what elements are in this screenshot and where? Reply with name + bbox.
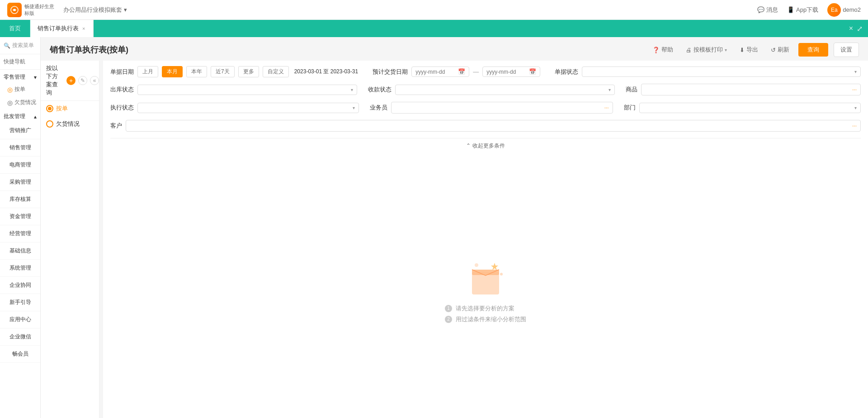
scheme-add-button[interactable]: + <box>66 76 75 85</box>
tip-1-text: 请先选择要分析的方案 <box>456 304 514 313</box>
sidebar-item-retail[interactable]: 零售管理 ▾ <box>0 70 40 83</box>
tab-close-all-icon[interactable]: × <box>849 24 853 33</box>
breadcrumb[interactable]: 办公用品行业模拟账套 ▾ <box>63 6 127 14</box>
logo-area[interactable]: 畅捷通好生意 标版 <box>7 3 54 17</box>
product-input[interactable]: ··· <box>641 84 861 95</box>
stock-status-select[interactable]: ▾ <box>137 85 357 95</box>
sidebar-item-apps[interactable]: 应用中心 <box>0 311 40 328</box>
chevron-down-payment-icon: ▾ <box>609 87 611 92</box>
home-label: 首页 <box>9 24 21 33</box>
doc-status-select[interactable]: ▾ <box>582 66 861 77</box>
sidebar-item-wechat[interactable]: 企业微信 <box>0 328 40 346</box>
sidebar-item-wholesale[interactable]: 批发管理 ▴ <box>0 109 40 122</box>
chevron-down-icon: ▾ <box>725 48 727 52</box>
sidebar-item-ecommerce[interactable]: 电商管理 <box>0 157 40 174</box>
quick-nav-label: 快捷导航 <box>4 58 25 66</box>
sidebar-item-member[interactable]: 畅会员 <box>0 346 40 363</box>
sidebar-item-marketing[interactable]: 营销推广 <box>0 122 40 139</box>
help-button[interactable]: ❓ 帮助 <box>649 44 677 56</box>
sidebar-item-inventory-label: 库存核算 <box>9 195 31 203</box>
sidebar-item-retail-label: 零售管理 <box>4 73 25 81</box>
sidebar-item-sales-label: 销售管理 <box>9 144 31 152</box>
tab-bar: 首页 销售订单执行表 × × ⤢ <box>0 20 868 37</box>
app-download-action[interactable]: 📱 App下载 <box>787 6 818 14</box>
sidebar-item-system-label: 系统管理 <box>9 264 31 272</box>
customer-input[interactable]: ··· <box>126 120 861 132</box>
exec-status-select[interactable]: ▾ <box>137 103 359 113</box>
sidebar-item-inventory[interactable]: 库存核算 <box>0 191 40 208</box>
print-label: 按模板打印 <box>693 46 723 54</box>
tip-number-1: 1 <box>445 305 452 312</box>
sidebar-item-operations[interactable]: 经营管理 <box>0 225 40 242</box>
expected-date-end-input[interactable] <box>486 69 527 75</box>
sidebar-sub-order[interactable]: ◎ 按单 <box>0 83 40 96</box>
chevron-icon: ▾ <box>34 74 37 81</box>
top-nav-right: 💬 消息 📱 App下载 Ea demo2 <box>757 3 861 17</box>
expected-date-label: 预计交货日期 <box>373 68 408 76</box>
stock-status-label: 出库状态 <box>110 86 134 94</box>
sidebar-search-label: 搜索菜单 <box>12 42 34 49</box>
scheme-collapse-button[interactable]: « <box>90 76 99 85</box>
sidebar-quick-nav[interactable]: 快捷导航 <box>0 54 40 70</box>
user-name: demo2 <box>843 6 861 13</box>
date-range-display: 2023-03-01 至 2023-03-31 <box>294 68 358 76</box>
export-button[interactable]: ⬇ 导出 <box>736 44 762 56</box>
tab-sales-order[interactable]: 销售订单执行表 × <box>30 20 94 37</box>
scheme-edit-button[interactable]: ✎ <box>78 76 87 85</box>
chevron-up-icon: ▴ <box>34 114 37 120</box>
settings-button[interactable]: 设置 <box>834 43 859 57</box>
tab-maximize-icon[interactable]: ⤢ <box>857 24 863 33</box>
right-content: 单据日期 上月 本月 本年 近7天 更多 自定义 2023-03-01 至 20… <box>103 61 868 418</box>
expected-date-start-input[interactable] <box>415 69 456 75</box>
sidebar-item-wechat-label: 企业微信 <box>9 333 31 341</box>
collapse-more-button[interactable]: ⌃ 收起更多条件 <box>110 138 861 153</box>
date-last7-btn[interactable]: 近7天 <box>211 66 235 77</box>
empty-tip-2: 2 用过滤条件来缩小分析范围 <box>445 315 526 323</box>
sidebar-item-basic[interactable]: 基础信息 <box>0 242 40 260</box>
sidebar-sub-debt[interactable]: ◎ 欠货情况 <box>0 96 40 109</box>
salesperson-input[interactable]: ··· <box>391 102 613 114</box>
expected-date-start-wrapper[interactable]: 📅 <box>411 66 469 77</box>
date-custom-btn[interactable]: 自定义 <box>263 66 289 77</box>
payment-status-select[interactable]: ▾ <box>395 85 615 95</box>
tab-controls: × ⤢ <box>844 20 868 37</box>
scheme-item-order[interactable]: 按单 <box>41 101 99 116</box>
sidebar-item-sales[interactable]: 销售管理 <box>0 139 40 157</box>
app-download-label: App下载 <box>796 6 818 14</box>
tab-close-icon[interactable]: × <box>81 25 86 32</box>
top-nav-left: 畅捷通好生意 标版 办公用品行业模拟账套 ▾ <box>7 3 127 17</box>
department-select[interactable]: ▾ <box>639 103 861 113</box>
sidebar-item-purchase[interactable]: 采购管理 <box>0 174 40 191</box>
refresh-button[interactable]: ↺ 刷新 <box>767 44 793 56</box>
breadcrumb-text: 办公用品行业模拟账套 <box>63 6 122 14</box>
sidebar-search[interactable]: 🔍 搜索菜单 <box>0 37 40 54</box>
user-area[interactable]: Ea demo2 <box>827 3 861 17</box>
scheme-panel: 按以下方案查询 + ✎ « 按单 欠货情况 <box>41 61 99 418</box>
tab-home[interactable]: 首页 <box>0 20 30 37</box>
sidebar-sub-debt-label: 欠货情况 <box>14 99 36 106</box>
expected-date-end-wrapper[interactable]: 📅 <box>482 66 540 77</box>
date-prev-month-btn[interactable]: 上月 <box>137 66 158 77</box>
date-more-btn[interactable]: 更多 <box>238 66 259 77</box>
search-button[interactable]: 查询 <box>798 43 828 57</box>
print-button[interactable]: 🖨 按模板打印 ▾ <box>682 44 731 56</box>
sidebar-item-ecommerce-label: 电商管理 <box>9 161 31 169</box>
date-current-year-btn[interactable]: 本年 <box>186 66 207 77</box>
scheme-item-debt[interactable]: 欠货情况 <box>41 116 99 132</box>
phone-icon: 📱 <box>787 6 794 13</box>
main-layout: 🔍 搜索菜单 快捷导航 零售管理 ▾ ◎ 按单 ◎ 欠货情况 批发管理 ▴ 营销… <box>0 37 868 418</box>
sidebar-item-enterprise[interactable]: 企业协同 <box>0 277 40 294</box>
sidebar-item-operations-label: 经营管理 <box>9 230 31 238</box>
sidebar-item-finance-label: 资金管理 <box>9 213 31 220</box>
date-current-month-btn[interactable]: 本月 <box>162 66 183 77</box>
message-icon: 💬 <box>757 6 764 13</box>
print-icon: 🖨 <box>686 47 692 53</box>
sidebar-item-newbie[interactable]: 新手引导 <box>0 294 40 311</box>
message-action[interactable]: 💬 消息 <box>757 6 778 14</box>
sidebar-item-system[interactable]: 系统管理 <box>0 260 40 277</box>
department-label: 部门 <box>624 104 636 112</box>
sidebar-item-finance[interactable]: 资金管理 <box>0 208 40 225</box>
export-icon: ⬇ <box>740 47 745 53</box>
chevron-down-stock-icon: ▾ <box>351 87 353 92</box>
filter-row-2: 出库状态 ▾ 收款状态 ▾ 商品 ··· <box>110 84 861 95</box>
